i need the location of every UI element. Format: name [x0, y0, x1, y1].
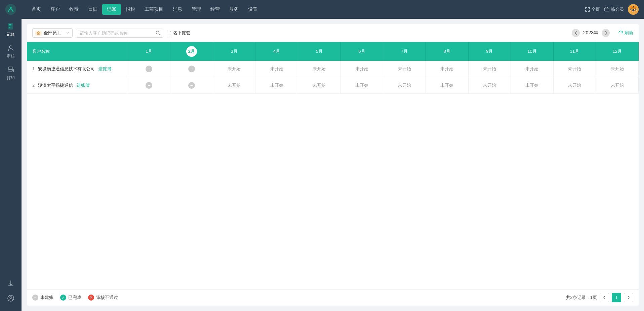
table-row: 2 漠澳太平畅捷通信 进账簿 − − 未开始 未开始 未开始 未开始 未开始 未…: [27, 77, 639, 94]
nav-service[interactable]: 服务: [225, 0, 243, 19]
my-accounts-label: 名下账套: [173, 30, 191, 36]
legend-icon-red: ✕: [88, 295, 94, 301]
col-header-aug[interactable]: 8月: [426, 42, 468, 61]
sidebar-item-profile[interactable]: [0, 291, 22, 306]
topnav: 首页 客户 收费 票据 记账 报税 工商项目 消息 管理 经营 服务 设置 全屏…: [22, 0, 644, 19]
cell-r1-feb[interactable]: −: [170, 61, 213, 77]
legend-icon-gray: −: [32, 295, 38, 301]
svg-rect-3: [9, 24, 11, 25]
status-r2-aug: 未开始: [440, 83, 453, 88]
col-header-sep[interactable]: 9月: [468, 42, 511, 61]
col-header-feb[interactable]: 2月: [170, 42, 213, 61]
cell-r2-may: 未开始: [298, 77, 341, 94]
cell-r2-dec: 未开始: [596, 77, 639, 94]
col-header-jul[interactable]: 7月: [383, 42, 426, 61]
fullscreen-btn[interactable]: 全屏: [585, 6, 600, 12]
status-r2-sep: 未开始: [483, 83, 496, 88]
sidebar-item-jizai[interactable]: 记账: [0, 19, 22, 41]
col-header-oct[interactable]: 10月: [511, 42, 554, 61]
sidebar-item-shenhe[interactable]: 审核: [0, 41, 22, 63]
user-avatar[interactable]: 🐯: [628, 4, 639, 15]
nav-operation[interactable]: 经营: [206, 0, 225, 19]
enter-ledger-link-2[interactable]: 进账簿: [77, 83, 90, 88]
ledger-icon: [7, 22, 15, 30]
nav-invoice[interactable]: 票据: [83, 0, 102, 19]
next-page-button[interactable]: [624, 293, 633, 302]
status-r1-may: 未开始: [313, 66, 326, 71]
svg-rect-4: [9, 26, 11, 26]
nav-tax[interactable]: 报税: [121, 0, 140, 19]
nav-manage[interactable]: 管理: [187, 0, 206, 19]
nav-message[interactable]: 消息: [168, 0, 187, 19]
cell-r2-mar: 未开始: [213, 77, 255, 94]
status-icon-1-feb: −: [188, 66, 195, 72]
status-r2-oct: 未开始: [525, 83, 538, 88]
sidebar-item-jizai-label: 记账: [7, 32, 15, 37]
status-icon-1-jan: −: [146, 66, 152, 72]
nav-home[interactable]: 首页: [27, 0, 46, 19]
legend-rejected: ✕ 审核不通过: [88, 295, 118, 301]
page-1-button[interactable]: 1: [612, 293, 621, 302]
legend-label-gray: 未建账: [40, 295, 53, 301]
search-input[interactable]: [76, 29, 153, 37]
sidebar-item-print-label: 打印: [7, 75, 15, 81]
cell-r1-jul: 未开始: [383, 61, 426, 77]
col-header-jan[interactable]: 1月: [128, 42, 170, 61]
cell-r2-jul: 未开始: [383, 77, 426, 94]
status-r2-dec: 未开始: [611, 83, 624, 88]
status-r1-aug: 未开始: [440, 66, 453, 71]
next-year-button[interactable]: [602, 29, 610, 37]
legend-completed: ✓ 已完成: [60, 295, 81, 301]
legend-label-red: 审核不通过: [96, 295, 118, 301]
cell-r1-mar: 未开始: [213, 61, 255, 77]
search-button[interactable]: [153, 29, 163, 37]
nav-fee[interactable]: 收费: [65, 0, 83, 19]
status-r1-mar: 未开始: [228, 66, 241, 71]
cell-r2-jan[interactable]: −: [128, 77, 170, 94]
cell-r1-aug: 未开始: [426, 61, 468, 77]
col-header-dec[interactable]: 12月: [596, 42, 639, 61]
cell-r1-nov: 未开始: [553, 61, 596, 77]
sidebar-item-download[interactable]: [0, 276, 22, 291]
cell-r1-may: 未开始: [298, 61, 341, 77]
my-accounts-checkbox[interactable]: [167, 31, 171, 35]
svg-point-10: [12, 70, 13, 71]
topnav-right: 全屏 畅会员 🐯: [585, 4, 639, 15]
content-box: 全 全部员工 名下: [27, 24, 639, 306]
fullscreen-label: 全屏: [591, 6, 600, 12]
svg-rect-9: [9, 71, 12, 72]
my-accounts-checkbox-label[interactable]: 名下账套: [167, 30, 191, 36]
status-r2-jul: 未开始: [398, 83, 411, 88]
col-header-apr[interactable]: 4月: [255, 42, 298, 61]
nav-settings[interactable]: 设置: [243, 0, 262, 19]
sidebar-item-print[interactable]: 打印: [0, 63, 22, 84]
client-name-2: 漠澳太平畅捷通信: [38, 83, 73, 88]
prev-year-button[interactable]: [572, 29, 580, 37]
refresh-button[interactable]: 刷新: [618, 30, 633, 36]
employee-select[interactable]: 全 全部员工: [32, 28, 73, 38]
cell-r1-apr: 未开始: [255, 61, 298, 77]
profile-icon: [7, 294, 15, 302]
sidebar: 记账 审核 打印: [0, 0, 22, 311]
page-content: 全 全部员工 名下: [22, 19, 644, 311]
col-header-jun[interactable]: 6月: [340, 42, 383, 61]
status-r2-nov: 未开始: [568, 83, 581, 88]
col-header-mar[interactable]: 3月: [213, 42, 255, 61]
nav-business[interactable]: 工商项目: [140, 0, 168, 19]
svg-rect-5: [9, 27, 10, 28]
nav-customer[interactable]: 客户: [46, 0, 65, 19]
member-label: 畅会员: [611, 6, 624, 12]
col-header-may[interactable]: 5月: [298, 42, 341, 61]
cell-r2-feb[interactable]: −: [170, 77, 213, 94]
member-btn[interactable]: 畅会员: [604, 6, 624, 12]
cell-r1-sep: 未开始: [468, 61, 511, 77]
table-row: 1 安徽畅捷通信息技术有限公司 进账簿 − − 未开始 未开始 未开始 未开始 …: [27, 61, 639, 77]
svg-rect-13: [604, 8, 609, 11]
col-header-nov[interactable]: 11月: [553, 42, 596, 61]
pagination: 共2条记录，1页 1: [566, 293, 633, 302]
prev-page-button[interactable]: [600, 293, 609, 302]
cell-r1-jan[interactable]: −: [128, 61, 170, 77]
svg-rect-7: [9, 67, 13, 69]
enter-ledger-link-1[interactable]: 进账簿: [98, 66, 112, 71]
nav-accounting[interactable]: 记账: [102, 4, 121, 15]
